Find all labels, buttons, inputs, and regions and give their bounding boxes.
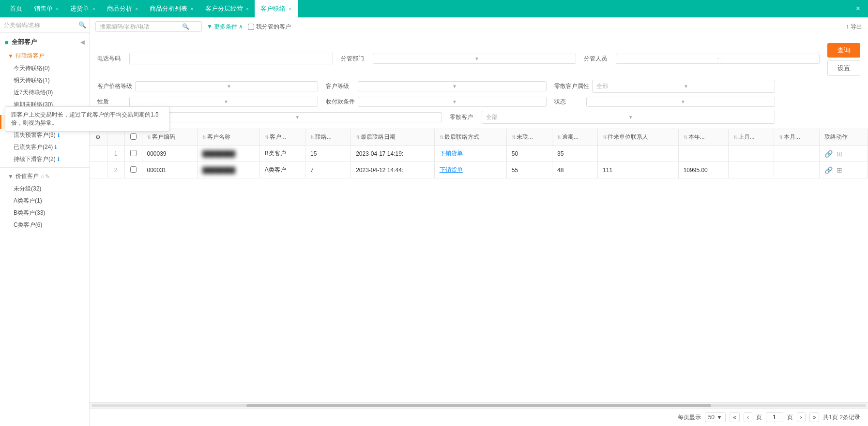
scrollbar-track[interactable] <box>91 404 866 407</box>
sidebar-all-customers[interactable]: ■ 全部客户 ◀ <box>0 35 89 49</box>
customer-type-select[interactable]: ▼ <box>148 112 442 122</box>
close-product-list-tab[interactable]: × <box>190 6 193 12</box>
sidebar-collapse-btn[interactable]: ◀ <box>80 39 84 45</box>
close-product-analysis-tab[interactable]: × <box>135 6 138 12</box>
sidebar-item-ungrouped[interactable]: 未分组(32) <box>0 183 89 195</box>
edit-icon[interactable]: ○ <box>41 173 44 180</box>
row1-checkbox[interactable] <box>124 146 142 162</box>
sidebar-item-classA[interactable]: A类客户(1) <box>0 195 89 207</box>
my-customers-checkbox[interactable] <box>248 24 254 30</box>
row2-unlinked: 55 <box>506 162 552 178</box>
collapse-icon: ■ <box>5 39 9 46</box>
sidebar-item-today[interactable]: 今天待联络(0) <box>0 62 89 74</box>
window-close-button[interactable]: × <box>852 4 864 13</box>
row1-last-date: 2023-04-17 14:19: <box>351 146 434 162</box>
nav-customer-contact[interactable]: 客户联络 × <box>255 0 297 17</box>
col-last-method[interactable]: ⇅最后联络方式 <box>434 129 506 146</box>
col-contact[interactable]: ⇅联络... <box>305 129 351 146</box>
col-checkbox[interactable] <box>124 129 142 146</box>
page-input[interactable] <box>766 412 783 422</box>
search-bar: 🔍 ▼ 更多条件 ∧ 我分管的客户 ↑ 导出 <box>90 17 868 36</box>
col-this-month[interactable]: ⇅本月... <box>774 129 819 146</box>
nav-customer-tier[interactable]: 客户分层经营 × <box>199 0 255 17</box>
col-overdue[interactable]: ⇅逾期... <box>552 129 597 146</box>
nav-purchase[interactable]: 进货单 × <box>64 0 101 17</box>
select-all-checkbox[interactable] <box>130 133 137 140</box>
payment-select[interactable]: ▼ <box>358 97 547 107</box>
row1-select[interactable] <box>130 150 137 156</box>
last-page-btn[interactable]: » <box>809 412 820 422</box>
nav-home[interactable]: 首页 <box>4 0 28 17</box>
row1-contact: 15 <box>305 146 351 162</box>
sidebar-item-tomorrow[interactable]: 明天待联络(1) <box>0 74 89 87</box>
sort-last-method-icon: ⇅ <box>440 134 443 140</box>
info-icon-3: ℹ <box>58 156 60 162</box>
nav-product-analysis[interactable]: 商品分析 × <box>101 0 144 17</box>
export-btn[interactable]: ↑ 导出 <box>846 23 862 31</box>
row2-checkbox[interactable] <box>124 162 142 178</box>
col-last-date[interactable]: ⇅最后联络日期 <box>351 129 434 146</box>
row1-grid-icon[interactable]: ⊞ <box>837 150 842 158</box>
scrollbar-thumb[interactable] <box>246 404 711 407</box>
row1-overdue: 35 <box>552 146 597 162</box>
status-select[interactable]: ▼ <box>586 97 775 107</box>
close-purchase-tab[interactable]: × <box>92 6 95 12</box>
sidebar-item-declining[interactable]: 持续下滑客户(2) ℹ <box>0 153 89 165</box>
manager-select[interactable]: ··· <box>616 54 820 64</box>
edit-icon2[interactable]: ✎ <box>45 173 50 180</box>
customer-tier-select[interactable]: ▼ <box>358 81 547 91</box>
tooltip-box: 距客户上次交易时长，超过了此客户的平均交易周期的1.5倍，则视为异常。 <box>90 106 169 132</box>
next-page-btn[interactable]: › <box>797 412 806 422</box>
retail-attr-select[interactable]: 全部 ▼ <box>592 80 775 93</box>
settings-button[interactable]: 设置 <box>827 60 860 76</box>
col-name[interactable]: ⇅客户名称 <box>197 129 259 146</box>
page-size-select[interactable]: 50 ▼ <box>705 412 726 422</box>
col-unlinked[interactable]: ⇅未联... <box>506 129 552 146</box>
per-page-label: 每页显示 <box>678 413 701 422</box>
page-label-2: 页 <box>787 413 793 422</box>
row2-last-date: 2023-04-12 14:44: <box>351 162 434 178</box>
filter-phone: 电话号码 <box>97 53 333 64</box>
col-this-year[interactable]: ⇅本年... <box>678 129 728 146</box>
sidebar-search-input[interactable] <box>4 22 76 29</box>
horizontal-scrollbar[interactable] <box>90 402 868 408</box>
sidebar-item-7days[interactable]: 近7天待联络(0) <box>0 87 89 99</box>
table-row: 2 000031 ████████ A类客户 7 2023-04-12 14:4… <box>90 162 868 178</box>
sidebar-item-classC[interactable]: C类客户(6) <box>0 219 89 231</box>
data-table: ⚙ ⇅客户编码 ⇅客户名称 ⇅客户... ⇅联络... ⇅最后联络日期 ⇅最后联… <box>90 129 868 178</box>
phone-input[interactable] <box>129 53 333 64</box>
row2-this-year: 10995.00 <box>678 162 728 178</box>
retail-customer-select[interactable]: 全部 ▼ <box>482 111 776 124</box>
nature-select[interactable]: ▼ <box>129 97 318 107</box>
row2-contacts: 111 <box>598 162 679 178</box>
sidebar-item-churned[interactable]: 已流失客户(24) ℹ <box>0 141 89 153</box>
sidebar-group-value[interactable]: ▼ 价值客户 ○ ✎ <box>0 170 89 183</box>
sidebar-group-pending[interactable]: ▼ 待联络客户 <box>0 49 89 62</box>
col-code[interactable]: ⇅客户编码 <box>142 129 197 146</box>
col-last-month[interactable]: ⇅上月... <box>728 129 774 146</box>
row1-link-icon[interactable]: 🔗 <box>824 150 833 158</box>
query-button[interactable]: 查询 <box>827 43 860 58</box>
nav-product-list[interactable]: 商品分析列表 × <box>144 0 199 17</box>
search-input[interactable] <box>100 23 182 30</box>
dept-select[interactable]: ▼ <box>373 54 577 64</box>
row2-link-icon[interactable]: 🔗 <box>824 166 833 174</box>
close-sales-tab[interactable]: × <box>56 6 59 12</box>
col-type[interactable]: ⇅客户... <box>259 129 305 146</box>
price-tier-select[interactable]: ▼ <box>135 81 318 91</box>
row1-name[interactable]: ████████ <box>197 146 259 162</box>
row2-type: A类客户 <box>259 162 305 178</box>
row2-name[interactable]: ████████ <box>197 162 259 178</box>
col-gear[interactable]: ⚙ <box>90 129 107 146</box>
close-customer-tier-tab[interactable]: × <box>246 6 249 12</box>
filter-customer-tier: 客户等级 ▼ <box>326 81 547 91</box>
row2-select[interactable] <box>130 166 137 173</box>
first-page-btn[interactable]: « <box>730 412 740 422</box>
sidebar-item-classB[interactable]: B类客户(33) <box>0 207 89 219</box>
prev-page-btn[interactable]: ‹ <box>744 412 752 422</box>
nav-sales[interactable]: 销售单 × <box>28 0 64 17</box>
close-customer-contact-tab[interactable]: × <box>289 6 291 12</box>
more-conditions-btn[interactable]: ▼ 更多条件 ∧ <box>207 23 243 31</box>
col-contacts[interactable]: ⇅往来单位联系人 <box>598 129 679 146</box>
row2-grid-icon[interactable]: ⊞ <box>837 166 842 174</box>
